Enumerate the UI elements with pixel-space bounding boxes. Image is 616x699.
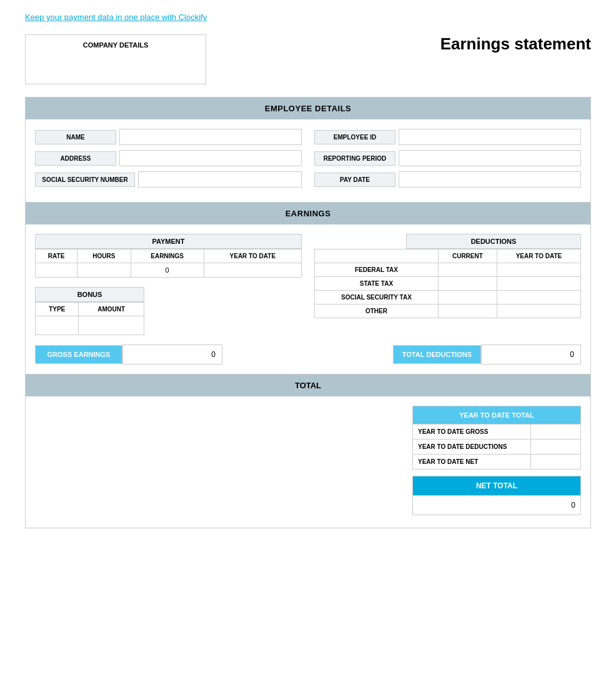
gross-earnings-value[interactable]: 0 <box>122 344 222 365</box>
employee-id-input[interactable] <box>399 129 581 145</box>
bonus-table: TYPE AMOUNT <box>35 302 144 335</box>
earnings-header: EARNINGS <box>26 203 590 224</box>
header-row: COMPANY DETAILS Earnings statement <box>25 34 591 84</box>
pay-date-field-row: PAY DATE <box>314 171 581 188</box>
net-total-value[interactable]: 0 <box>412 496 581 515</box>
ssn-field-row: SOCIAL SECURITY NUMBER <box>35 171 302 188</box>
reporting-period-input[interactable] <box>399 150 581 166</box>
ytd-deductions-value[interactable] <box>531 440 581 455</box>
earnings-inner: PAYMENT RATE HOURS EARNINGS YEAR TO DATE <box>35 234 581 335</box>
ytd-row-net: YEAR TO DATE NET <box>412 455 581 470</box>
ssn-input[interactable] <box>138 171 302 188</box>
col-hours: HOURS <box>77 249 131 263</box>
deductions-header-wrap: DEDUCTIONS <box>314 234 581 249</box>
employee-details-section: EMPLOYEE DETAILS NAME ADDRESS SOCIAL SEC… <box>25 97 591 203</box>
total-deductions-label: TOTAL DEDUCTIONS <box>393 345 481 364</box>
total-section-header: TOTAL <box>26 375 590 396</box>
ded-row-ss: SOCIAL SECURITY TAX <box>315 291 581 304</box>
ded-col-current: CURRENT <box>438 249 497 263</box>
ded-ytd-federal[interactable] <box>497 263 580 277</box>
total-section-body: YEAR TO DATE TOTAL YEAR TO DATE GROSS YE… <box>26 396 590 528</box>
bonus-col-type: TYPE <box>36 303 79 316</box>
bonus-col-amount: AMOUNT <box>79 303 144 316</box>
ded-ytd-ss[interactable] <box>497 291 580 304</box>
ded-row-federal: FEDERAL TAX <box>315 263 581 277</box>
bonus-header: BONUS <box>35 287 144 302</box>
ded-label-state: STATE TAX <box>315 277 439 291</box>
pay-date-label: PAY DATE <box>314 173 395 187</box>
gross-earnings-label: GROSS EARNINGS <box>35 345 122 364</box>
earnings-section: EARNINGS PAYMENT RATE HOURS EARNINGS YEA… <box>25 203 591 375</box>
ded-col-ytd: YEAR TO DATE <box>497 249 580 263</box>
left-fields: NAME ADDRESS SOCIAL SECURITY NUMBER <box>35 129 302 193</box>
address-label: ADDRESS <box>35 151 116 166</box>
ded-col-label <box>315 249 439 263</box>
ytd-table-wrap: YEAR TO DATE TOTAL YEAR TO DATE GROSS YE… <box>412 406 581 515</box>
employee-id-field-row: EMPLOYEE ID <box>314 129 581 145</box>
ded-current-other[interactable] <box>438 304 497 318</box>
employee-grid: NAME ADDRESS SOCIAL SECURITY NUMBER <box>35 129 581 193</box>
ded-label-ss: SOCIAL SECURITY TAX <box>315 291 439 304</box>
address-input[interactable] <box>119 150 302 166</box>
ded-current-ss[interactable] <box>438 291 497 304</box>
ytd-deductions-label: YEAR TO DATE DEDUCTIONS <box>412 440 531 455</box>
payment-row: 0 <box>36 263 302 278</box>
employee-id-label: EMPLOYEE ID <box>314 130 395 144</box>
ytd-gross-label: YEAR TO DATE GROSS <box>412 425 531 440</box>
ytd-row-gross: YEAR TO DATE GROSS <box>412 425 581 440</box>
gross-earnings-block: GROSS EARNINGS 0 <box>35 344 222 365</box>
reporting-period-field-row: REPORTING PERIOD <box>314 150 581 166</box>
bonus-row <box>36 316 144 335</box>
top-link-bar: Keep your payment data in one place with… <box>0 0 616 34</box>
employee-details-header: EMPLOYEE DETAILS <box>26 98 590 119</box>
payment-header: PAYMENT <box>35 234 302 249</box>
total-deductions-block: TOTAL DEDUCTIONS 0 <box>393 344 581 365</box>
reporting-period-label: REPORTING PERIOD <box>314 151 395 166</box>
deductions-side: DEDUCTIONS CURRENT YEAR TO DATE <box>314 234 581 335</box>
name-input[interactable] <box>119 129 302 145</box>
employee-details-body: NAME ADDRESS SOCIAL SECURITY NUMBER <box>26 119 590 202</box>
total-deductions-value[interactable]: 0 <box>481 344 581 365</box>
clockify-link[interactable]: Keep your payment data in one place with… <box>25 13 207 22</box>
ded-label-other: OTHER <box>315 304 439 318</box>
ssn-label: SOCIAL SECURITY NUMBER <box>35 173 135 187</box>
ytd-total-header: YEAR TO DATE TOTAL <box>412 406 581 425</box>
ytd-row-deductions: YEAR TO DATE DEDUCTIONS <box>412 440 581 455</box>
ded-ytd-state[interactable] <box>497 277 580 291</box>
col-rate: RATE <box>36 249 77 263</box>
payment-hours[interactable] <box>77 263 131 278</box>
ded-row-other: OTHER <box>315 304 581 318</box>
company-details-box: COMPANY DETAILS <box>25 34 206 84</box>
payment-earnings[interactable]: 0 <box>131 263 204 278</box>
deductions-table: CURRENT YEAR TO DATE FEDERAL TAX <box>314 249 581 318</box>
bonus-section: BONUS TYPE AMOUNT <box>35 287 302 335</box>
payment-side: PAYMENT RATE HOURS EARNINGS YEAR TO DATE <box>35 234 302 335</box>
pay-date-input[interactable] <box>399 171 581 188</box>
total-section: TOTAL YEAR TO DATE TOTAL YEAR TO DATE GR… <box>25 375 591 528</box>
ytd-net-value[interactable] <box>531 455 581 470</box>
net-total-header: NET TOTAL <box>412 476 581 496</box>
ded-row-state: STATE TAX <box>315 277 581 291</box>
ytd-net-label: YEAR TO DATE NET <box>412 455 531 470</box>
page-title: Earnings statement <box>440 34 591 54</box>
name-field-row: NAME <box>35 129 302 145</box>
ded-label-federal: FEDERAL TAX <box>315 263 439 277</box>
ytd-gross-value[interactable] <box>531 425 581 440</box>
right-fields: EMPLOYEE ID REPORTING PERIOD PAY DATE <box>314 129 581 193</box>
bonus-amount[interactable] <box>79 316 144 335</box>
name-label: NAME <box>35 130 116 144</box>
ded-ytd-other[interactable] <box>497 304 580 318</box>
deductions-header: DEDUCTIONS <box>406 234 581 249</box>
payment-rate[interactable] <box>36 263 77 278</box>
ded-current-state[interactable] <box>438 277 497 291</box>
col-ytd: YEAR TO DATE <box>204 249 301 263</box>
ded-current-federal[interactable] <box>438 263 497 277</box>
col-earnings: EARNINGS <box>131 249 204 263</box>
payment-table: RATE HOURS EARNINGS YEAR TO DATE 0 <box>35 249 302 278</box>
company-label: COMPANY DETAILS <box>32 41 199 49</box>
page-container: COMPANY DETAILS Earnings statement EMPLO… <box>0 34 616 553</box>
address-field-row: ADDRESS <box>35 150 302 166</box>
earnings-totals-row: GROSS EARNINGS 0 TOTAL DEDUCTIONS 0 <box>35 344 581 365</box>
payment-ytd[interactable] <box>204 263 301 278</box>
bonus-type[interactable] <box>36 316 79 335</box>
